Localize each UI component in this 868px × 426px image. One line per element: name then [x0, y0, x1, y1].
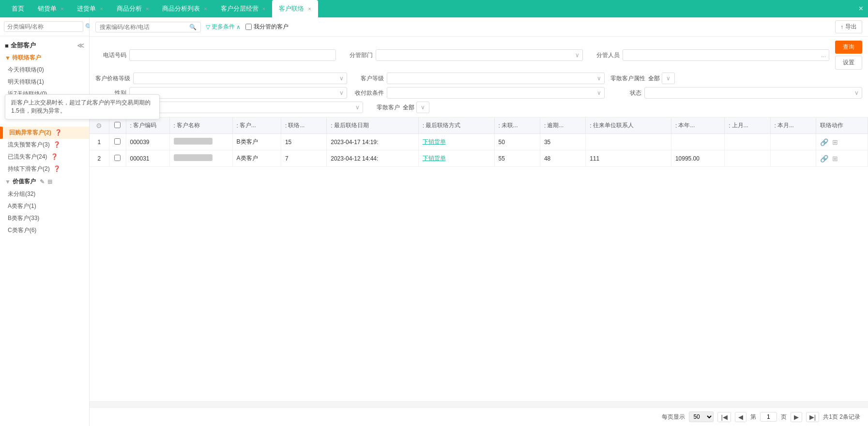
- tab-product-analysis-list[interactable]: 商品分析列表 ×: [155, 0, 213, 17]
- sidebar-item-churned[interactable]: 已流失客户(24) ❓: [0, 151, 89, 163]
- manager-select[interactable]: ...: [623, 49, 829, 61]
- my-customer-checkbox-area[interactable]: 我分管的客户: [245, 23, 289, 31]
- sidebar-item-a-class[interactable]: A类客户(1): [0, 200, 89, 212]
- row-overdue: 35: [540, 134, 585, 150]
- sidebar-item-declining[interactable]: 持续下滑客户(2) ❓: [0, 163, 89, 175]
- row-checkbox[interactable]: [109, 150, 126, 167]
- action-buttons: 查询 设置: [835, 41, 862, 70]
- sidebar-value-section[interactable]: ▼ 价值客户 ✎ ⊞: [0, 175, 89, 188]
- help-icon[interactable]: ❓: [51, 153, 58, 160]
- row-customer-type: B类客户: [232, 134, 281, 150]
- close-icon[interactable]: ×: [61, 0, 63, 17]
- export-icon: ↑: [840, 24, 843, 30]
- chevron-down-icon: ∨: [597, 89, 601, 96]
- settings-icon[interactable]: ⊞: [47, 178, 52, 185]
- chevron-down-icon: ∨: [339, 75, 344, 82]
- customer-type-select[interactable]: ∨: [144, 102, 363, 113]
- customer-grade-select[interactable]: ∨: [387, 73, 605, 84]
- chevron-down-icon: ∨: [421, 104, 425, 111]
- col-customer-code: :客户编码: [126, 118, 169, 134]
- horizontal-scrollbar[interactable]: [90, 401, 868, 407]
- sidebar-item-repurchase[interactable]: 回购异常客户(2) ❓: [0, 127, 89, 139]
- collapse-icon[interactable]: ≪: [77, 42, 84, 49]
- settings-button[interactable]: 设置: [835, 56, 862, 70]
- my-customer-checkbox[interactable]: [245, 24, 252, 30]
- close-icon[interactable]: ×: [100, 0, 103, 17]
- sidebar-item-c-class[interactable]: C类客户(6): [0, 224, 89, 236]
- tab-customer-contact[interactable]: 客户联络 ×: [272, 0, 318, 17]
- col-this-month: :本月...: [770, 118, 816, 134]
- more-conditions-button[interactable]: ▽ 更多条件 ∧: [206, 23, 241, 31]
- settings-icon[interactable]: ⚙: [96, 122, 102, 130]
- edit-icon[interactable]: ✎: [40, 178, 45, 185]
- tab-home[interactable]: 首页: [5, 0, 31, 17]
- select-all-checkbox[interactable]: [114, 122, 121, 128]
- sidebar-search-input[interactable]: [4, 21, 83, 32]
- tab-purchase[interactable]: 进货单 ×: [70, 0, 109, 17]
- phone-input[interactable]: [129, 49, 336, 61]
- chevron-down-icon: ...: [821, 52, 826, 59]
- sidebar-item-tomorrow[interactable]: 明天待联络(1): [0, 76, 89, 88]
- row-last-month: [725, 134, 770, 150]
- next-page-button[interactable]: ▶: [791, 412, 802, 422]
- link-icon[interactable]: 🔗: [820, 155, 828, 162]
- sidebar-item-ungrouped[interactable]: 未分组(32): [0, 188, 89, 200]
- col-settings[interactable]: ⚙: [90, 118, 109, 134]
- close-icon[interactable]: ×: [146, 0, 149, 17]
- help-icon[interactable]: ❓: [53, 165, 61, 172]
- window-close-button[interactable]: ×: [859, 4, 863, 13]
- table-row: 2 000031 A类客户 7 2023-04-12 14:44: 下销货单 5…: [90, 150, 868, 167]
- tab-product-analysis[interactable]: 商品分析 ×: [110, 0, 155, 17]
- sidebar-item-today[interactable]: 今天待联络(0): [0, 64, 89, 76]
- status-select[interactable]: ∨: [644, 87, 862, 99]
- col-last-contact-method: :最后联络方式: [418, 118, 494, 134]
- help-icon[interactable]: ❓: [53, 141, 61, 148]
- gender-select[interactable]: ∨: [129, 87, 347, 99]
- col-this-year: :本年...: [671, 118, 724, 134]
- col-last-month: :上月...: [725, 118, 770, 134]
- pagination-bar: 每页显示 50 100 200 |◀ ◀ 第 页 ▶ ▶| 共1页 2条记录: [90, 407, 868, 426]
- row-checkbox[interactable]: [109, 134, 126, 150]
- sidebar-all-customers[interactable]: ■ 全部客户 ≪: [0, 39, 89, 52]
- col-checkbox[interactable]: [109, 118, 126, 134]
- filter-customer-grade: 客户等级 ∨: [353, 73, 605, 84]
- dept-select[interactable]: ∨: [376, 49, 582, 61]
- page-number-input[interactable]: [760, 412, 777, 422]
- close-icon[interactable]: ×: [262, 0, 265, 17]
- payment-select[interactable]: ∨: [387, 87, 605, 99]
- retail-customer-select[interactable]: ∨: [416, 102, 429, 113]
- sidebar-pending-section[interactable]: ▼ 待联络客户: [0, 52, 89, 64]
- filter-status: 状态 ∨: [610, 87, 862, 99]
- chevron-down-icon: ∨: [339, 89, 344, 96]
- chevron-down-icon: ∨: [597, 75, 601, 82]
- retail-attr-select[interactable]: ∨: [662, 73, 675, 84]
- query-button[interactable]: 查询: [835, 41, 862, 54]
- filter-search-input[interactable]: [100, 24, 187, 30]
- row-num: 2: [90, 150, 109, 167]
- link-icon[interactable]: 🔗: [820, 138, 828, 146]
- row-unlinked: 50: [494, 134, 540, 150]
- price-grade-select[interactable]: ∨: [133, 73, 347, 84]
- per-page-select[interactable]: 50 100 200: [689, 411, 714, 422]
- export-button[interactable]: ↑ 导出: [835, 20, 862, 33]
- close-icon[interactable]: ×: [308, 0, 311, 17]
- tab-customer-tier[interactable]: 客户分层经营 ×: [214, 0, 272, 17]
- last-page-button[interactable]: ▶|: [806, 412, 819, 422]
- help-icon[interactable]: ❓: [55, 129, 62, 136]
- row-last-contact-method[interactable]: 下销货单: [418, 134, 494, 150]
- top-navigation: 首页 销货单 × 进货单 × 商品分析 × 商品分析列表 × 客户分层经营 × …: [0, 0, 868, 17]
- sidebar-item-b-class[interactable]: B类客户(33): [0, 212, 89, 224]
- grid-icon[interactable]: ⊞: [832, 155, 838, 162]
- sidebar-item-churn-warning[interactable]: 流失预警客户(3) ❓: [0, 139, 89, 151]
- tab-sales[interactable]: 销货单 ×: [31, 0, 70, 17]
- row-last-contact-method[interactable]: 下销货单: [418, 150, 494, 167]
- first-page-button[interactable]: |◀: [717, 412, 731, 422]
- grid-icon[interactable]: ⊞: [832, 138, 838, 146]
- row-this-year: [671, 134, 724, 150]
- table-body: 1 000039 B类客户 15 2023-04-17 14:19: 下销货单 …: [90, 134, 868, 167]
- chevron-icon: ∧: [236, 24, 241, 30]
- sidebar-search-area: 🔍: [0, 17, 89, 36]
- prev-page-button[interactable]: ◀: [735, 412, 746, 422]
- data-table-area: ⚙ :客户编码 :客户名称 :客户...: [90, 118, 868, 401]
- close-icon[interactable]: ×: [204, 0, 207, 17]
